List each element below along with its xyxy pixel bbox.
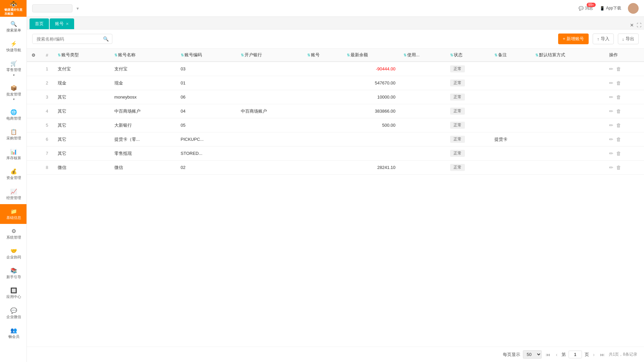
row-settlement [531,132,605,146]
col-code[interactable]: ⇅账号编码 [177,49,237,62]
tab-close-all-button[interactable]: ✕ [630,22,634,28]
sidebar-item-guide[interactable]: 📚 新手引导 [0,263,26,283]
row-bank [237,62,303,76]
col-account[interactable]: ⇅账号 [303,49,343,62]
edit-icon[interactable]: ✏ [609,108,613,114]
col-remark[interactable]: ⇅备注 [490,49,531,62]
export-label: 导出 [626,36,634,42]
sidebar-item-appcenter[interactable]: 🔲 应用中心 [0,283,26,303]
import-button[interactable]: ↑ 导入 [593,34,614,44]
row-account [303,146,343,161]
sidebar-item-shortcut[interactable]: ⚡ 快捷导航 [0,37,26,56]
delete-icon[interactable]: 🗑 [616,94,621,100]
row-no: 7 [40,146,54,161]
prev-page-button[interactable]: ‹ [554,351,559,358]
delete-icon[interactable]: 🗑 [616,150,621,156]
row-settings [27,104,40,118]
add-account-button[interactable]: + 新增账号 [558,34,589,44]
sidebar-item-basic[interactable]: 📁 基础信息 [0,204,26,224]
edit-icon[interactable]: ✏ [609,80,613,86]
delete-icon[interactable]: 🗑 [616,66,621,72]
col-bank[interactable]: ⇅开户银行 [237,49,303,62]
sidebar-item-search[interactable]: 🔍 搜索菜单 [0,17,26,37]
col-type[interactable]: ⇅账号类型 [54,49,110,62]
delete-icon[interactable]: 🗑 [616,122,621,128]
sidebar-item-operation[interactable]: 📈 经营管理 [0,184,26,204]
row-actions: ✏ 🗑 [605,146,644,161]
sidebar-item-purchase[interactable]: 📋 采购管理 [0,125,26,144]
col-settings[interactable]: ⚙ [27,49,40,62]
next-page-button[interactable]: › [592,351,596,358]
sidebar-item-label: 应用中心 [6,295,21,299]
top-search-input[interactable] [32,4,72,12]
tab-maximize-button[interactable]: ⛶ [637,22,641,28]
header-dropdown-icon[interactable]: ▾ [76,6,79,11]
sidebar-item-agreement[interactable]: 🤝 企业协同 [0,244,26,263]
edit-icon[interactable]: ✏ [609,94,613,100]
col-status[interactable]: ⇅状态 [446,49,490,62]
sidebar-item-label: 零售管理 [6,68,21,72]
col-name[interactable]: ⇅账号名称 [110,49,177,62]
col-settlement[interactable]: ⇅默认结算方式 [531,49,605,62]
col-balance[interactable]: ⇅最新余额 [343,49,399,62]
last-page-button[interactable]: ⏭ [599,351,606,358]
delete-icon[interactable]: 🗑 [616,136,621,142]
sidebar-item-inventory[interactable]: 📊 库存核算 [0,144,26,164]
sidebar-item-wholesale[interactable]: 📦 批发管理 ▾ [0,81,26,105]
row-no: 6 [40,132,54,146]
status-badge: 正常 [450,164,465,171]
header-right: 💬 消息 99+ 📱 App下载 [579,3,639,14]
row-settlement [531,161,605,175]
row-name: moneybosx [110,90,177,104]
accounts-table: ⚙ # ⇅账号类型 ⇅账号名称 ⇅账号编码 ⇅开户银行 ⇅账号 ⇅最新余额 ⇅使… [27,49,644,175]
row-settings [27,146,40,161]
notification-badge: 99+ [587,3,596,7]
row-balance: 383866.00 [343,104,399,118]
sidebar-item-wechat[interactable]: 💬 企业微信 [0,303,26,323]
search-button[interactable]: 🔍 [100,34,112,44]
row-name: 中百商场账户 [110,104,177,118]
edit-icon[interactable]: ✏ [609,165,613,171]
user-avatar[interactable] [628,3,639,14]
tab-home[interactable]: 首页 [30,18,49,29]
sidebar-item-finance[interactable]: 💰 资金管理 [0,164,26,184]
edit-icon[interactable]: ✏ [609,136,613,142]
sidebar-item-member[interactable]: 👥 畅会员 [0,323,26,343]
row-usage [399,104,446,118]
sidebar-item-system[interactable]: ⚙ 系统管理 [0,224,26,244]
row-bank [237,146,303,161]
delete-icon[interactable]: 🗑 [616,80,621,86]
tab-close-icon[interactable]: ✕ [66,22,69,26]
row-balance: 500.00 [343,118,399,132]
export-button[interactable]: ↓ 导出 [618,34,639,44]
first-page-button[interactable]: ⏮ [544,351,552,358]
page-suffix: 页 [585,352,589,358]
col-usage[interactable]: ⇅使用... [399,49,446,62]
delete-icon[interactable]: 🗑 [616,108,621,114]
row-bank: 中百商场账户 [237,104,303,118]
row-remark [490,76,531,90]
tab-account[interactable]: 账号 ✕ [50,18,74,29]
row-status: 正常 [446,104,490,118]
wholesale-icon: 📦 [10,85,17,91]
inventory-icon: 📊 [10,148,17,155]
edit-icon[interactable]: ✏ [609,66,613,72]
per-page-select[interactable]: 50 20 100 [523,350,542,359]
row-code: STORED... [177,146,237,161]
app-download-button[interactable]: 📱 App下载 [600,5,621,11]
page-label: 第 [561,352,566,358]
search-input[interactable] [33,35,100,44]
row-settlement [531,146,605,161]
sidebar-item-retail[interactable]: 🛒 零售管理 ▾ [0,56,26,80]
page-input[interactable] [569,351,582,358]
row-usage [399,76,446,90]
edit-icon[interactable]: ✏ [609,122,613,128]
edit-icon[interactable]: ✏ [609,150,613,157]
row-name: 大新银行 [110,118,177,132]
sidebar-item-ecommerce[interactable]: 🌐 电商管理 [0,105,26,125]
row-bank [237,90,303,104]
delete-icon[interactable]: 🗑 [616,165,621,170]
notification-button[interactable]: 💬 消息 99+ [579,5,593,11]
row-remark [490,146,531,161]
row-remark: 提货卡 [490,132,531,146]
